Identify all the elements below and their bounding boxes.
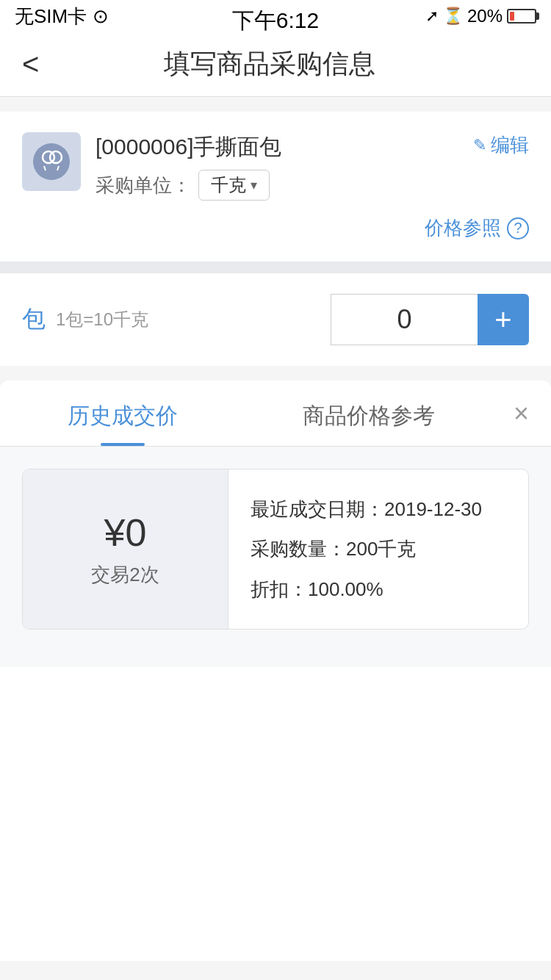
tab-history-price[interactable]: 历史成交价 xyxy=(0,381,245,446)
recent-date-value: 2019-12-30 xyxy=(384,498,482,520)
history-detail-discount: 折扣：100.00% xyxy=(251,576,506,602)
purchase-qty-value: 200千克 xyxy=(346,538,416,560)
help-icon[interactable]: ? xyxy=(507,217,529,239)
status-left: 无SIM卡 ⊙ xyxy=(15,4,109,29)
purchase-qty-label: 采购数量： xyxy=(251,538,346,560)
history-detail-qty: 采购数量：200千克 xyxy=(251,536,506,562)
history-price: ¥0 xyxy=(104,511,147,555)
tabs-row: 历史成交价 商品价格参考 × xyxy=(0,381,551,447)
product-name: [0000006]手撕面包 xyxy=(96,132,281,162)
history-card-left: ¥0 交易2次 xyxy=(23,469,228,629)
history-card-right: 最近成交日期：2019-12-30 采购数量：200千克 折扣：100.00% xyxy=(228,469,528,629)
quantity-section: 包 1包=10千克 0 + xyxy=(0,273,551,366)
product-section: [0000006]手撕面包 采购单位： 千克 ▾ ✎ 编辑 价格参照 ? xyxy=(0,112,551,262)
discount-value: 100.00% xyxy=(308,578,383,600)
chevron-down-icon: ▾ xyxy=(251,177,257,193)
quantity-value: 0 xyxy=(397,304,411,335)
section-divider xyxy=(0,262,551,273)
product-icon xyxy=(33,143,70,180)
quantity-control: 0 + xyxy=(331,294,529,345)
bag-label: 包 xyxy=(22,303,46,336)
quantity-plus-button[interactable]: + xyxy=(478,294,529,345)
history-content: ¥0 交易2次 最近成交日期：2019-12-30 采购数量：200千克 折扣：… xyxy=(0,447,551,667)
history-detail-date: 最近成交日期：2019-12-30 xyxy=(251,496,506,522)
location-icon: ➚ xyxy=(425,7,439,26)
tab-price-reference[interactable]: 商品价格参考 xyxy=(245,381,491,446)
status-right: ➚ ⏳ 20% xyxy=(425,6,536,26)
product-header: [0000006]手撕面包 采购单位： 千克 ▾ ✎ 编辑 xyxy=(22,132,529,201)
discount-label: 折扣： xyxy=(251,578,308,600)
quantity-label: 包 1包=10千克 xyxy=(22,303,148,336)
edit-icon: ✎ xyxy=(473,136,486,155)
edit-label: 编辑 xyxy=(491,132,529,158)
status-time: 下午6:12 xyxy=(232,6,319,36)
svg-point-1 xyxy=(50,151,62,163)
product-unit-row: 采购单位： 千克 ▾ xyxy=(96,170,281,201)
history-card: ¥0 交易2次 最近成交日期：2019-12-30 采购数量：200千克 折扣：… xyxy=(22,469,529,630)
price-ref-link[interactable]: 价格参照 xyxy=(425,215,501,241)
alarm-icon: ⏳ xyxy=(443,7,463,26)
back-button[interactable]: < xyxy=(22,48,39,81)
battery-fill xyxy=(510,12,514,21)
svg-line-3 xyxy=(57,166,59,170)
quantity-input[interactable]: 0 xyxy=(331,294,478,345)
product-details: [0000006]手撕面包 采购单位： 千克 ▾ xyxy=(96,132,281,201)
product-thumbnail xyxy=(22,132,81,191)
battery-percent: 20% xyxy=(467,6,503,26)
nav-bar: < 填写商品采购信息 xyxy=(0,32,551,97)
product-info: [0000006]手撕面包 采购单位： 千克 ▾ xyxy=(22,132,281,201)
svg-line-2 xyxy=(44,166,46,170)
carrier-text: 无SIM卡 xyxy=(15,4,87,29)
wifi-icon: ⊙ xyxy=(93,5,109,28)
battery-icon xyxy=(507,9,536,24)
history-trade-count: 交易2次 xyxy=(91,562,159,588)
unit-value: 千克 xyxy=(211,173,246,197)
price-ref-row: 价格参照 ? xyxy=(22,215,529,241)
recent-date-label: 最近成交日期： xyxy=(251,498,384,520)
bottom-panel: 历史成交价 商品价格参考 × ¥0 交易2次 最近成交日期：2019-12-30… xyxy=(0,381,551,667)
white-fill xyxy=(0,667,551,961)
bag-sub-label: 1包=10千克 xyxy=(56,308,148,331)
page-title: 填写商品采购信息 xyxy=(54,46,485,82)
unit-label: 采购单位： xyxy=(96,173,191,198)
close-button[interactable]: × xyxy=(491,398,551,429)
edit-button[interactable]: ✎ 编辑 xyxy=(473,132,529,158)
unit-select[interactable]: 千克 ▾ xyxy=(198,170,270,201)
status-bar: 无SIM卡 ⊙ 下午6:12 ➚ ⏳ 20% xyxy=(0,0,551,32)
